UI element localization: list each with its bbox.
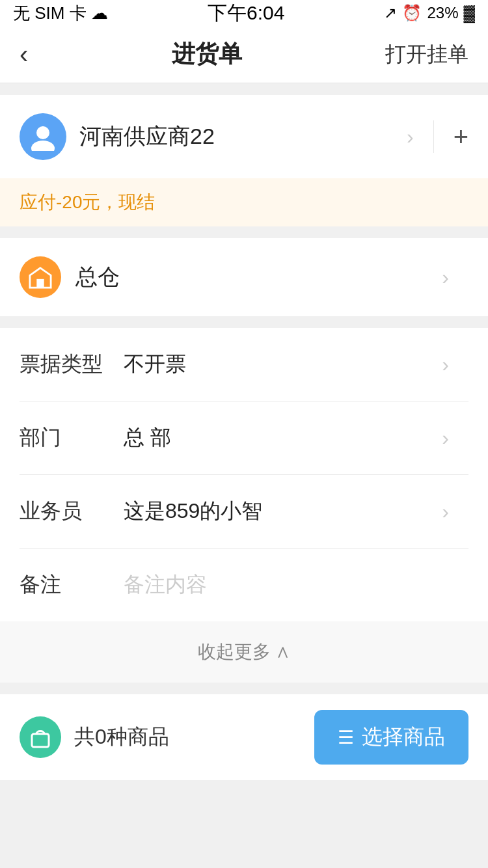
- status-right: ↗ ⏰ 23% ▓: [384, 4, 475, 22]
- svg-rect-3: [36, 279, 44, 288]
- supplier-avatar: [20, 113, 66, 160]
- battery-icon: ▓: [464, 4, 476, 22]
- ticket-label: 票据类型: [20, 350, 124, 379]
- salesperson-label: 业务员: [20, 497, 124, 526]
- department-value: 总 部: [124, 424, 442, 452]
- avatar-icon: [29, 122, 57, 151]
- page-title: 进货单: [172, 38, 242, 70]
- sim-wifi-status: 无 SIM 卡 ☁: [13, 2, 108, 25]
- product-bar: 共0种商品 ☰ 选择商品: [0, 694, 488, 780]
- supplier-row[interactable]: 河南供应商22 › +: [0, 95, 488, 178]
- department-label: 部门: [20, 424, 124, 452]
- location-icon: ↗: [384, 4, 397, 22]
- warehouse-chevron-icon: ›: [442, 265, 449, 290]
- select-product-label: 选择商品: [362, 723, 445, 752]
- warehouse-name: 总仓: [75, 262, 442, 292]
- cart-icon: [28, 725, 53, 750]
- form-section: 票据类型 不开票 › 部门 总 部 › 业务员 这是859的小智 › 备注 备注…: [0, 328, 488, 621]
- status-left: 无 SIM 卡 ☁: [13, 2, 108, 25]
- nav-bar: ‹ 进货单 打开挂单: [0, 26, 488, 83]
- product-icon-bg: [20, 716, 61, 758]
- alarm-icon: ⏰: [402, 4, 422, 22]
- form-row-remark[interactable]: 备注 备注内容: [0, 549, 488, 621]
- warehouse-icon-bg: [20, 256, 61, 298]
- add-supplier-button[interactable]: +: [454, 122, 468, 152]
- status-time: 下午6:04: [208, 0, 284, 27]
- section-gap-3: [0, 316, 488, 328]
- collapse-toggle[interactable]: 收起更多 ∧: [0, 621, 488, 683]
- select-product-icon: ☰: [338, 727, 354, 748]
- supplier-name: 河南供应商22: [79, 122, 407, 152]
- section-gap-2: [0, 226, 488, 238]
- form-row-ticket[interactable]: 票据类型 不开票 ›: [0, 328, 488, 401]
- salesperson-chevron-icon: ›: [442, 500, 449, 524]
- remark-label: 备注: [20, 571, 124, 599]
- vertical-divider: [433, 120, 434, 153]
- department-chevron-icon: ›: [442, 426, 449, 450]
- remark-placeholder: 备注内容: [124, 571, 468, 599]
- status-bar: 无 SIM 卡 ☁ 下午6:04 ↗ ⏰ 23% ▓: [0, 0, 488, 26]
- ticket-chevron-icon: ›: [442, 353, 449, 377]
- warehouse-svg-icon: [29, 265, 52, 289]
- section-gap-1: [0, 83, 488, 95]
- open-pending-button[interactable]: 打开挂单: [385, 40, 468, 69]
- back-button[interactable]: ‹: [20, 40, 28, 69]
- form-row-department[interactable]: 部门 总 部 ›: [0, 401, 488, 474]
- ticket-value: 不开票: [124, 350, 442, 379]
- product-count: 共0种商品: [74, 723, 314, 752]
- svg-rect-4: [32, 734, 49, 747]
- select-product-button[interactable]: ☰ 选择商品: [314, 710, 468, 765]
- battery-status: 23%: [427, 4, 458, 22]
- supplier-chevron-icon: ›: [407, 125, 414, 149]
- svg-point-0: [36, 126, 49, 139]
- salesperson-value: 这是859的小智: [124, 497, 442, 526]
- svg-point-1: [31, 141, 55, 151]
- notice-bar: 应付-20元，现结: [0, 178, 488, 226]
- warehouse-row[interactable]: 总仓 ›: [0, 238, 488, 316]
- form-row-salesperson[interactable]: 业务员 这是859的小智 ›: [0, 475, 488, 548]
